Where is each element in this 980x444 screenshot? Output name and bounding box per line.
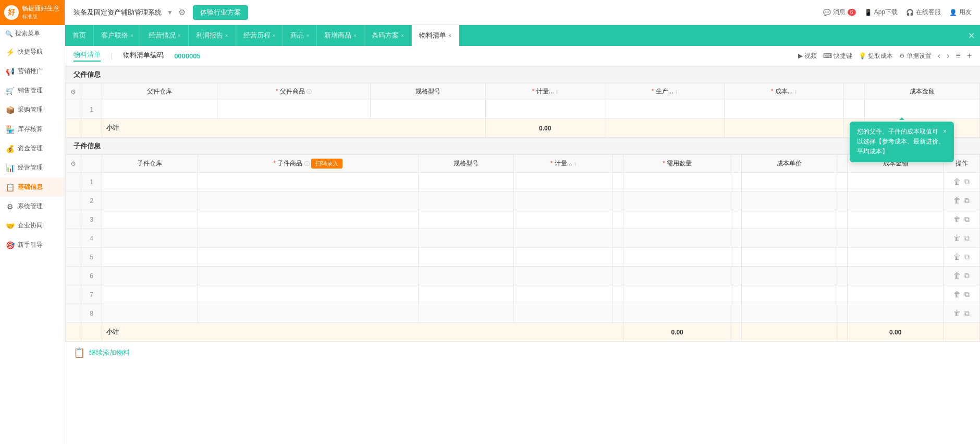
copy-icon-4[interactable]: ⧉: [964, 234, 970, 242]
child-row7-required-qty[interactable]: [623, 285, 731, 304]
sidebar-item-sys-mgmt[interactable]: ⚙ 系统管理: [0, 197, 65, 216]
sidebar-item-corp-coop[interactable]: 🤝 企业协同: [0, 216, 65, 235]
copy-icon-2[interactable]: ⧉: [964, 196, 970, 205]
tab-bom-close[interactable]: ×: [448, 33, 451, 39]
single-setting-button[interactable]: ⚙ 单据设置: [899, 52, 932, 61]
child-row3-unit-cost[interactable]: [741, 210, 837, 229]
child-row7-product[interactable]: [198, 285, 418, 304]
delete-icon-8[interactable]: 🗑: [953, 309, 961, 317]
sidebar-item-ops-mgmt[interactable]: 📊 经营管理: [0, 158, 65, 177]
child-row5-required-qty[interactable]: [623, 248, 731, 267]
sidebar-search[interactable]: 🔍 搜索菜单: [0, 25, 65, 42]
tab-new-goods-close[interactable]: ×: [353, 33, 357, 39]
child-row8-spec[interactable]: [418, 304, 514, 323]
tooltip-close-button[interactable]: ×: [943, 127, 947, 137]
child-row5-warehouse[interactable]: [102, 248, 198, 267]
child-row3-warehouse[interactable]: [102, 210, 198, 229]
delete-icon-4[interactable]: 🗑: [953, 234, 961, 242]
child-row6-warehouse[interactable]: [102, 267, 198, 285]
parent-row1-product[interactable]: [217, 100, 371, 119]
child-row4-qty[interactable]: [514, 229, 613, 248]
tab-customer[interactable]: 客户联络 ×: [94, 25, 141, 46]
tab-history[interactable]: 经营历程 ×: [236, 25, 284, 46]
child-row4-warehouse[interactable]: [102, 229, 198, 248]
child-row4-spec[interactable]: [418, 229, 514, 248]
online-service-button[interactable]: 🎧 在线客服: [906, 8, 941, 17]
child-row1-spec[interactable]: [418, 173, 514, 191]
tab-goods-close[interactable]: ×: [306, 33, 309, 39]
child-row5-product[interactable]: [198, 248, 418, 267]
tab-history-close[interactable]: ×: [273, 33, 276, 39]
sidebar-item-finance[interactable]: 💰 资金管理: [0, 139, 65, 158]
tab-barcode[interactable]: 条码方案 ×: [364, 25, 412, 46]
child-row4-required-qty[interactable]: [623, 229, 731, 248]
child-row5-unit-cost[interactable]: [741, 248, 837, 267]
child-row1-warehouse[interactable]: [102, 173, 198, 191]
child-row6-qty[interactable]: [514, 267, 613, 285]
child-row8-warehouse[interactable]: [102, 304, 198, 323]
copy-icon-8[interactable]: ⧉: [964, 309, 970, 317]
tab-profit[interactable]: 利润报告 ×: [189, 25, 236, 46]
child-row6-required-qty[interactable]: [623, 267, 731, 285]
child-row3-qty[interactable]: [514, 210, 613, 229]
shortcut-button[interactable]: ⌨ 快捷键: [823, 52, 852, 61]
parent-row1-warehouse[interactable]: [102, 100, 217, 119]
sidebar-item-purchase[interactable]: 📦 采购管理: [0, 100, 65, 119]
copy-icon-3[interactable]: ⧉: [964, 215, 970, 223]
tab-new-goods[interactable]: 新增商品 ×: [317, 25, 364, 46]
copy-icon-7[interactable]: ⧉: [964, 290, 970, 298]
child-row3-required-qty[interactable]: [623, 210, 731, 229]
tab-home[interactable]: 首页: [65, 25, 94, 46]
tab-customer-close[interactable]: ×: [130, 33, 133, 39]
child-row2-unit-cost[interactable]: [741, 191, 837, 210]
child-row8-product[interactable]: [198, 304, 418, 323]
child-row3-spec[interactable]: [418, 210, 514, 229]
scan-input-button[interactable]: 扫码录入: [311, 159, 342, 169]
user-button[interactable]: 👤 用友: [949, 8, 972, 17]
nav-prev-button[interactable]: ‹: [938, 51, 940, 61]
tab-goods[interactable]: 商品 ×: [283, 25, 317, 46]
expand-icon[interactable]: ▼: [167, 9, 173, 16]
parent-row1-cost[interactable]: [724, 100, 843, 119]
gear-icon[interactable]: ⚙: [178, 7, 186, 17]
child-row4-product[interactable]: [198, 229, 418, 248]
child-row8-unit-cost[interactable]: [741, 304, 837, 323]
child-row8-required-qty[interactable]: [623, 304, 731, 323]
sidebar-item-basic-info[interactable]: 📋 基础信息: [0, 177, 65, 197]
child-row1-required-qty[interactable]: [623, 173, 731, 191]
sidebar-item-newbie[interactable]: 🎯 新手引导: [0, 235, 65, 255]
child-row1-product[interactable]: [198, 173, 418, 191]
menu-icon-button[interactable]: ≡: [956, 51, 960, 61]
tab-bom[interactable]: 物料清单 ×: [412, 25, 459, 46]
delete-icon-6[interactable]: 🗑: [953, 271, 961, 280]
child-row5-qty[interactable]: [514, 248, 613, 267]
child-row7-qty[interactable]: [514, 285, 613, 304]
delete-icon-5[interactable]: 🗑: [953, 253, 961, 261]
child-row2-spec[interactable]: [418, 191, 514, 210]
message-button[interactable]: 💬 消息 6: [823, 8, 856, 17]
child-row8-qty[interactable]: [514, 304, 613, 323]
sidebar-item-sales[interactable]: 🛒 销售管理: [0, 81, 65, 100]
close-all-button[interactable]: ✕: [963, 31, 980, 41]
subheader-tab-code-label[interactable]: 物料清单编码: [123, 51, 164, 61]
child-row2-warehouse[interactable]: [102, 191, 198, 210]
nav-next-button[interactable]: ›: [947, 51, 949, 61]
delete-icon-3[interactable]: 🗑: [953, 215, 961, 223]
parent-row1-production[interactable]: [605, 100, 724, 119]
child-row1-qty[interactable]: [514, 173, 613, 191]
child-row7-warehouse[interactable]: [102, 285, 198, 304]
copy-icon-6[interactable]: ⧉: [964, 271, 970, 280]
delete-icon-2[interactable]: 🗑: [953, 196, 961, 205]
child-row5-spec[interactable]: [418, 248, 514, 267]
child-row2-product[interactable]: [198, 191, 418, 210]
child-row2-required-qty[interactable]: [623, 191, 731, 210]
child-row7-unit-cost[interactable]: [741, 285, 837, 304]
child-row6-product[interactable]: [198, 267, 418, 285]
video-button[interactable]: ▶ 视频: [798, 52, 817, 61]
trial-button[interactable]: 体验行业方案: [193, 5, 248, 20]
child-row6-spec[interactable]: [418, 267, 514, 285]
child-row2-qty[interactable]: [514, 191, 613, 210]
app-download-button[interactable]: 📱 App下载: [864, 8, 898, 17]
child-row7-spec[interactable]: [418, 285, 514, 304]
tab-operations[interactable]: 经营情况 ×: [141, 25, 189, 46]
